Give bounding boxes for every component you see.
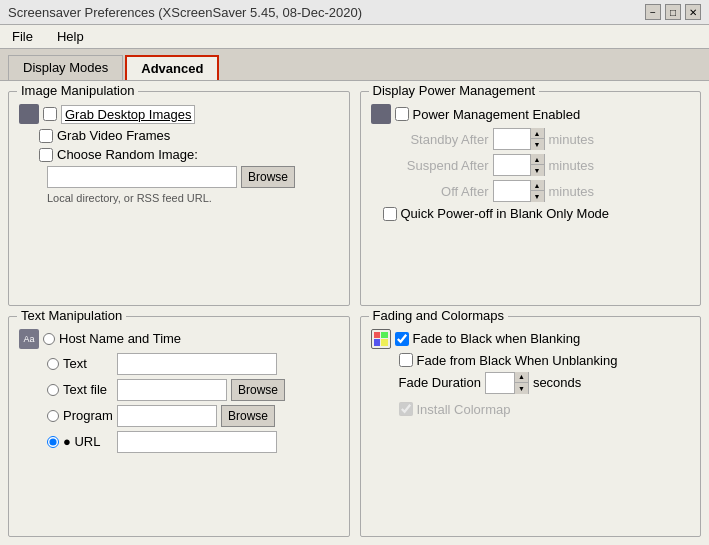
power-mgmt-label[interactable]: Power Management Enabled: [413, 107, 581, 122]
program-browse-btn[interactable]: Browse: [221, 405, 275, 427]
power-mgmt-checkbox[interactable]: [395, 107, 409, 121]
directory-input[interactable]: [47, 166, 237, 188]
tab-display-modes[interactable]: Display Modes: [8, 55, 123, 80]
text-radio[interactable]: [47, 358, 59, 370]
quick-poweroff-label[interactable]: Quick Power-off in Blank Only Mode: [401, 206, 610, 221]
text-row: Text XScreenSaver: [47, 353, 339, 375]
standby-unit: minutes: [549, 132, 595, 147]
menu-help[interactable]: Help: [51, 27, 90, 46]
image-manipulation-title: Image Manipulation: [17, 83, 138, 98]
textfile-browse-btn[interactable]: Browse: [231, 379, 285, 401]
fade-duration-up-btn[interactable]: ▲: [514, 372, 528, 383]
off-spinner[interactable]: 240 ▲ ▼: [493, 180, 545, 202]
text-value-input[interactable]: XScreenSaver: [117, 353, 277, 375]
maximize-button[interactable]: □: [665, 4, 681, 20]
info-text: Local directory, or RSS feed URL.: [47, 192, 339, 204]
standby-value[interactable]: 120: [494, 129, 530, 149]
title-bar: Screensaver Preferences (XScreenSaver 5.…: [0, 0, 709, 25]
fade-to-black-label[interactable]: Fade to Black when Blanking: [413, 331, 581, 346]
power-icon: [371, 104, 391, 124]
fade-duration-label: Fade Duration: [399, 375, 481, 390]
hostname-label[interactable]: Host Name and Time: [59, 331, 181, 346]
choose-random-checkbox[interactable]: [39, 148, 53, 162]
tab-advanced[interactable]: Advanced: [125, 55, 219, 80]
url-radio[interactable]: [47, 436, 59, 448]
quick-poweroff-row: Quick Power-off in Blank Only Mode: [383, 206, 691, 221]
fade-duration-down-btn[interactable]: ▼: [514, 383, 528, 394]
off-row: Off After 240 ▲ ▼ minutes: [399, 180, 691, 202]
tab-bar: Display Modes Advanced: [0, 49, 709, 80]
minimize-button[interactable]: −: [645, 4, 661, 20]
suspend-unit: minutes: [549, 158, 595, 173]
fade-from-black-checkbox[interactable]: [399, 353, 413, 367]
install-colormap-checkbox[interactable]: [399, 402, 413, 416]
standby-row: Standby After 120 ▲ ▼ minutes: [399, 128, 691, 150]
off-down-btn[interactable]: ▼: [530, 191, 544, 202]
suspend-row: Suspend After 120 ▲ ▼ minutes: [399, 154, 691, 176]
choose-random-label[interactable]: Choose Random Image:: [57, 147, 198, 162]
hostname-radio[interactable]: [43, 333, 55, 345]
off-spin-buttons: ▲ ▼: [530, 180, 544, 202]
suspend-label: Suspend After: [399, 158, 489, 173]
textfile-label[interactable]: Text file: [63, 382, 113, 397]
hostname-row: Aa Host Name and Time: [19, 329, 339, 349]
fade-duration-unit: seconds: [533, 375, 581, 390]
grab-desktop-label[interactable]: Grab Desktop Images: [61, 105, 195, 124]
standby-spin-buttons: ▲ ▼: [530, 128, 544, 150]
fade-duration-value[interactable]: 3: [486, 373, 514, 393]
monitor-icon: [19, 104, 39, 124]
grab-desktop-checkbox[interactable]: [43, 107, 57, 121]
textfile-row: Text file Browse: [47, 379, 339, 401]
standby-down-btn[interactable]: ▼: [530, 139, 544, 150]
menu-file[interactable]: File: [6, 27, 39, 46]
text-manipulation-panel: Text Manipulation Aa Host Name and Time …: [8, 316, 350, 538]
off-unit: minutes: [549, 184, 595, 199]
grab-video-checkbox[interactable]: [39, 129, 53, 143]
main-content: Image Manipulation Grab Desktop Images G…: [0, 80, 709, 545]
fading-colormaps-title: Fading and Colormaps: [369, 308, 509, 323]
fade-to-black-checkbox[interactable]: [395, 332, 409, 346]
close-button[interactable]: ✕: [685, 4, 701, 20]
directory-row: Browse: [47, 166, 339, 188]
fade-from-black-label[interactable]: Fade from Black When Unblanking: [417, 353, 618, 368]
suspend-spinner[interactable]: 120 ▲ ▼: [493, 154, 545, 176]
display-power-title: Display Power Management: [369, 83, 540, 98]
display-power-panel: Display Power Management Power Managemen…: [360, 91, 702, 306]
textfile-radio[interactable]: [47, 384, 59, 396]
program-input[interactable]: fortune: [117, 405, 217, 427]
install-colormap-label[interactable]: Install Colormap: [417, 402, 511, 417]
text-icon: Aa: [19, 329, 39, 349]
menu-bar: File Help: [0, 25, 709, 49]
fading-colormaps-panel: Fading and Colormaps Fade to Black when …: [360, 316, 702, 538]
grab-video-row: Grab Video Frames: [39, 128, 339, 143]
standby-spinner[interactable]: 120 ▲ ▼: [493, 128, 545, 150]
program-row: Program fortune Browse: [47, 405, 339, 427]
suspend-down-btn[interactable]: ▼: [530, 165, 544, 176]
standby-up-btn[interactable]: ▲: [530, 128, 544, 139]
quick-poweroff-checkbox[interactable]: [383, 207, 397, 221]
url-label[interactable]: ● URL: [63, 434, 113, 449]
suspend-up-btn[interactable]: ▲: [530, 154, 544, 165]
fade-from-black-row: Fade from Black When Unblanking: [399, 353, 691, 368]
off-label: Off After: [399, 184, 489, 199]
fade-duration-spinner[interactable]: 3 ▲ ▼: [485, 372, 529, 394]
text-manipulation-title: Text Manipulation: [17, 308, 126, 323]
url-input[interactable]: https://planet.debian.org/rss: [117, 431, 277, 453]
fade-to-black-row: Fade to Black when Blanking: [371, 329, 691, 349]
grab-video-label[interactable]: Grab Video Frames: [57, 128, 170, 143]
install-colormap-row: Install Colormap: [399, 402, 691, 417]
window-title: Screensaver Preferences (XScreenSaver 5.…: [8, 5, 362, 20]
off-value[interactable]: 240: [494, 181, 530, 201]
program-label[interactable]: Program: [63, 408, 113, 423]
url-row: ● URL https://planet.debian.org/rss: [47, 431, 339, 453]
standby-label: Standby After: [399, 132, 489, 147]
program-radio[interactable]: [47, 410, 59, 422]
textfile-input[interactable]: [117, 379, 227, 401]
suspend-value[interactable]: 120: [494, 155, 530, 175]
text-label[interactable]: Text: [63, 356, 113, 371]
browse-button[interactable]: Browse: [241, 166, 295, 188]
off-up-btn[interactable]: ▲: [530, 180, 544, 191]
grab-desktop-row: Grab Desktop Images: [19, 104, 339, 124]
image-manipulation-panel: Image Manipulation Grab Desktop Images G…: [8, 91, 350, 306]
fade-duration-row: Fade Duration 3 ▲ ▼ seconds: [399, 372, 691, 394]
